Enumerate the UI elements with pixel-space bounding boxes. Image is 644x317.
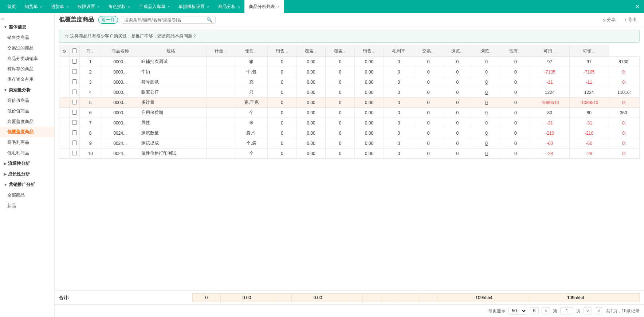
row-name[interactable]: 启用保质期 — [139, 108, 206, 118]
export-button[interactable]: ↑ 导出 — [621, 16, 640, 24]
col-coverage2[interactable]: 覆盖... — [326, 46, 355, 57]
row-checkbox[interactable] — [70, 128, 80, 138]
row-name[interactable]: 牛奶 — [139, 67, 206, 77]
col-sales-amt[interactable]: 销售... — [267, 46, 297, 57]
row-name[interactable]: 符号测试 — [139, 77, 206, 87]
tab-home[interactable]: 首页 — [3, 0, 20, 13]
col-code[interactable]: 商... — [80, 46, 101, 57]
tab-sales-order[interactable]: 销货单 × — [20, 0, 47, 13]
last-page-button[interactable]: ≥ — [595, 307, 603, 314]
close-icon[interactable]: × — [168, 5, 170, 9]
row-name[interactable]: 测试提成 — [139, 138, 206, 148]
sidebar-collapse-button[interactable]: « — [0, 16, 6, 22]
row-view1[interactable]: 0 — [472, 77, 501, 87]
row-gear[interactable] — [59, 87, 70, 98]
row-name[interactable]: 属性价格打印测试 — [139, 148, 206, 159]
close-icon[interactable]: × — [66, 5, 68, 9]
tab-template-settings[interactable]: 单据模板设置 × — [174, 0, 213, 13]
sidebar-section-overall[interactable]: ▼ 整体信息 — [0, 22, 54, 32]
sidebar-item-low-coverage[interactable]: 低覆盖度商品 — [0, 127, 54, 137]
tab-product-inbound[interactable]: 产成品入库单 × — [135, 0, 174, 13]
sidebar-item-new-products[interactable]: 新品 — [0, 201, 54, 211]
row-checkbox[interactable] — [70, 77, 80, 87]
row-gear[interactable] — [59, 138, 70, 148]
row-gear[interactable] — [59, 148, 70, 159]
row-checkbox[interactable] — [70, 87, 80, 98]
col-trade[interactable]: 交易... — [414, 46, 443, 57]
prev-page-button[interactable]: < — [542, 307, 550, 314]
first-page-button[interactable]: K — [530, 307, 539, 314]
row-checkbox[interactable] — [70, 57, 80, 67]
select-all-checkbox[interactable] — [72, 48, 77, 53]
row-checkbox[interactable] — [70, 148, 80, 159]
row-view1[interactable]: 0 — [472, 128, 501, 138]
col-current-stock[interactable]: 现有... — [501, 46, 530, 57]
col-check[interactable] — [70, 46, 80, 57]
row-gear[interactable] — [59, 77, 70, 87]
row-view1[interactable]: 0 — [472, 98, 501, 108]
sidebar-section-marketing-analysis[interactable]: ▼ 营销推广分析 — [0, 179, 54, 190]
tab-product-analysis-list[interactable]: 商品分析列表 × — [244, 0, 284, 13]
search-input[interactable] — [124, 17, 207, 23]
row-view1[interactable]: 0 — [472, 108, 501, 118]
col-sellable[interactable]: 可销... — [569, 46, 609, 57]
row-gear[interactable] — [59, 108, 70, 118]
col-view1[interactable]: 浏览... — [443, 46, 472, 57]
col-available-stock[interactable]: 可用... — [530, 46, 569, 57]
row-gear[interactable] — [59, 98, 70, 108]
row-checkbox[interactable] — [70, 98, 80, 108]
sidebar-item-low-value[interactable]: 低价值商品 — [0, 106, 54, 116]
row-name[interactable]: 眼宝公仔 — [139, 87, 206, 98]
sidebar-section-flow-analysis[interactable]: ▶ 流通性分析 — [0, 158, 54, 169]
close-icon[interactable]: × — [128, 5, 130, 9]
close-icon[interactable]: × — [277, 5, 279, 9]
row-view1[interactable]: 0 — [472, 57, 501, 67]
sidebar-item-category-turnover[interactable]: 商品分类动销率 — [0, 54, 54, 64]
close-all-tabs-icon[interactable]: ✕ — [635, 4, 640, 9]
page-input[interactable] — [560, 307, 573, 314]
sidebar-item-high-coverage[interactable]: 高覆盖度商品 — [0, 116, 54, 127]
row-gear[interactable] — [59, 128, 70, 138]
col-gear[interactable]: ⚙ — [59, 46, 70, 57]
col-unit[interactable]: 计量... — [206, 46, 235, 57]
close-icon[interactable]: × — [207, 5, 209, 9]
col-coverage1[interactable]: 覆盖... — [297, 46, 326, 57]
row-checkbox[interactable] — [70, 138, 80, 148]
row-view1[interactable]: 0 — [472, 138, 501, 148]
sidebar-item-high-value[interactable]: 高价值商品 — [0, 95, 54, 106]
share-button[interactable]: ⎋ 分享 — [600, 16, 619, 24]
sidebar-section-growth-analysis[interactable]: ▶ 成长性分析 — [0, 169, 54, 179]
row-gear[interactable] — [59, 67, 70, 77]
sidebar-item-in-stock-goods[interactable]: 有库存的商品 — [0, 64, 54, 74]
sidebar-item-sales-goods[interactable]: 销售类商品 — [0, 32, 54, 43]
col-spec[interactable]: 规格... — [139, 46, 206, 57]
tab-product-analysis[interactable]: 商品分析 × — [214, 0, 244, 13]
sidebar-item-high-profit[interactable]: 高毛利商品 — [0, 137, 54, 148]
date-tag[interactable]: 近一月 — [98, 16, 118, 24]
sidebar-item-stock-funds[interactable]: 库存资金占用 — [0, 74, 54, 85]
row-checkbox[interactable] — [70, 108, 80, 118]
per-page-select[interactable]: 50 100 200 — [508, 307, 527, 315]
tab-purchase-order[interactable]: 进货单 × — [47, 0, 73, 13]
row-checkbox[interactable] — [70, 118, 80, 128]
row-gear[interactable] — [59, 118, 70, 128]
row-gear[interactable] — [59, 57, 70, 67]
close-icon[interactable]: × — [238, 5, 240, 9]
row-checkbox[interactable] — [70, 67, 80, 77]
tab-role-auth[interactable]: 角色授权 × — [104, 0, 134, 13]
col-view2[interactable]: 浏览... — [472, 46, 501, 57]
col-sales-qty[interactable]: 销售... — [235, 46, 268, 57]
row-name[interactable]: 多计量 — [139, 98, 206, 108]
row-name[interactable]: 测试数量 — [139, 128, 206, 138]
row-name[interactable]: 属性 — [139, 118, 206, 128]
col-gross-margin[interactable]: 毛利率 — [384, 46, 414, 57]
close-icon[interactable]: × — [97, 5, 99, 9]
sidebar-item-all-goods[interactable]: 全部商品 — [0, 190, 54, 201]
row-name[interactable]: 旺辅批次测试 — [139, 57, 206, 67]
sidebar-item-low-profit[interactable]: 低毛利商品 — [0, 148, 54, 158]
row-view1[interactable]: 0 — [472, 87, 501, 98]
row-view1[interactable]: 0 — [472, 148, 501, 159]
sidebar-section-category-analysis[interactable]: ▼ 类别量分析 — [0, 85, 54, 95]
sidebar-item-traded-goods[interactable]: 交易过的商品 — [0, 43, 54, 54]
next-page-button[interactable]: > — [584, 307, 592, 314]
